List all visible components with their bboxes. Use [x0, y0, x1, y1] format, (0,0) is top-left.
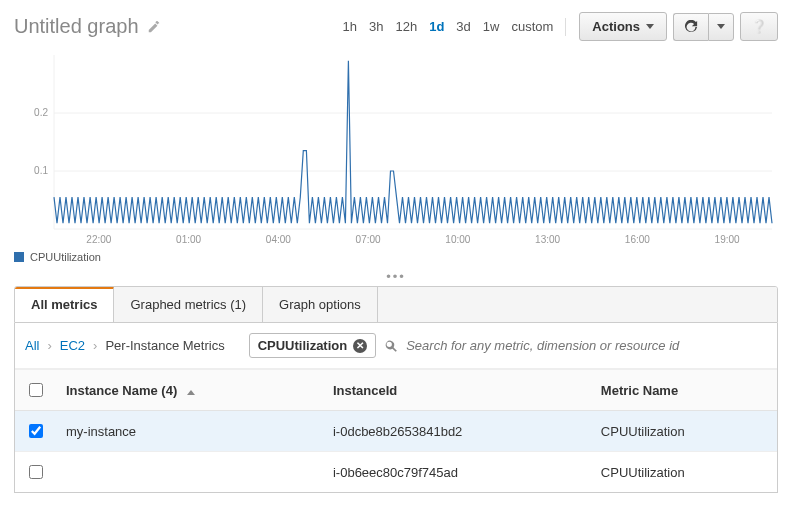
- cell-instance-id: i-0dcbe8b2653841bd2: [323, 411, 591, 452]
- legend-swatch: [14, 252, 24, 262]
- col-instance-name[interactable]: Instance Name (4): [56, 370, 323, 411]
- col-label: InstanceId: [333, 383, 397, 398]
- chevron-right-icon: ›: [93, 338, 97, 353]
- cell-instance-id: i-0b6eec80c79f745ad: [323, 452, 591, 493]
- range-1w[interactable]: 1w: [479, 17, 504, 36]
- cell-instance-name: [56, 452, 323, 493]
- search-icon: [384, 339, 398, 353]
- range-3h[interactable]: 3h: [365, 17, 387, 36]
- cell-metric-name: CPUUtilization: [591, 452, 777, 493]
- tab-filler: [378, 287, 777, 322]
- chevron-right-icon: ›: [47, 338, 51, 353]
- legend-label: CPUUtilization: [30, 251, 101, 263]
- table-row[interactable]: my-instancei-0dcbe8b2653841bd2CPUUtiliza…: [15, 411, 777, 452]
- panel-resizer[interactable]: •••: [14, 269, 778, 284]
- breadcrumb-all[interactable]: All: [25, 338, 39, 353]
- select-all-header: [15, 370, 56, 411]
- svg-text:0.1: 0.1: [34, 165, 48, 176]
- cell-instance-name: my-instance: [56, 411, 323, 452]
- caret-down-icon: [646, 24, 654, 29]
- range-12h[interactable]: 12h: [391, 17, 421, 36]
- range-3d[interactable]: 3d: [452, 17, 474, 36]
- time-range-selector: 1h3h12h1d3d1wcustom: [339, 17, 558, 36]
- col-label: Instance Name (4): [66, 383, 177, 398]
- refresh-icon: [684, 20, 698, 34]
- filter-pill: CPUUtilization ✕: [249, 333, 377, 358]
- cell-metric-name: CPUUtilization: [591, 411, 777, 452]
- col-instance-id[interactable]: InstanceId: [323, 370, 591, 411]
- range-custom[interactable]: custom: [507, 17, 557, 36]
- row-checkbox[interactable]: [29, 465, 43, 479]
- filter-pill-label: CPUUtilization: [258, 338, 348, 353]
- svg-text:16:00: 16:00: [625, 234, 650, 245]
- breadcrumb-current: Per-Instance Metrics: [105, 338, 224, 353]
- row-checkbox[interactable]: [29, 424, 43, 438]
- refresh-button[interactable]: [673, 13, 708, 41]
- divider: [565, 18, 569, 36]
- svg-text:0.2: 0.2: [34, 107, 48, 118]
- svg-text:07:00: 07:00: [356, 234, 381, 245]
- refresh-options-button[interactable]: [708, 13, 734, 41]
- search-input[interactable]: [404, 337, 767, 354]
- metric-search: [384, 337, 767, 354]
- svg-text:01:00: 01:00: [176, 234, 201, 245]
- svg-text:19:00: 19:00: [715, 234, 740, 245]
- tab-1[interactable]: Graphed metrics (1): [114, 287, 263, 322]
- col-label: Metric Name: [601, 383, 678, 398]
- help-button[interactable]: ❔: [740, 12, 778, 41]
- tab-0[interactable]: All metrics: [15, 286, 114, 322]
- actions-button[interactable]: Actions: [579, 12, 667, 41]
- chart-legend: CPUUtilization: [14, 251, 778, 263]
- graph-title: Untitled graph: [14, 15, 139, 38]
- caret-down-icon: [717, 24, 725, 29]
- sort-asc-icon: [187, 390, 195, 395]
- metrics-table: Instance Name (4) InstanceId Metric Name…: [15, 369, 777, 492]
- svg-text:13:00: 13:00: [535, 234, 560, 245]
- help-icon: ❔: [751, 19, 767, 34]
- tab-2[interactable]: Graph options: [263, 287, 378, 322]
- actions-label: Actions: [592, 19, 640, 34]
- range-1h[interactable]: 1h: [339, 17, 361, 36]
- remove-filter-icon[interactable]: ✕: [353, 339, 367, 353]
- tabs: All metricsGraphed metrics (1)Graph opti…: [14, 286, 778, 323]
- metric-chart[interactable]: 0.10.2 22:0001:0004:0007:0010:0013:0016:…: [14, 49, 778, 249]
- svg-text:22:00: 22:00: [86, 234, 111, 245]
- table-row[interactable]: i-0b6eec80c79f745adCPUUtilization: [15, 452, 777, 493]
- title-area: Untitled graph: [14, 15, 161, 38]
- col-metric-name[interactable]: Metric Name: [591, 370, 777, 411]
- pencil-icon[interactable]: [147, 20, 161, 34]
- svg-text:04:00: 04:00: [266, 234, 291, 245]
- refresh-split-button: [673, 13, 734, 41]
- select-all-checkbox[interactable]: [29, 383, 43, 397]
- breadcrumb-ec2[interactable]: EC2: [60, 338, 85, 353]
- range-1d[interactable]: 1d: [425, 17, 448, 36]
- svg-text:10:00: 10:00: [445, 234, 470, 245]
